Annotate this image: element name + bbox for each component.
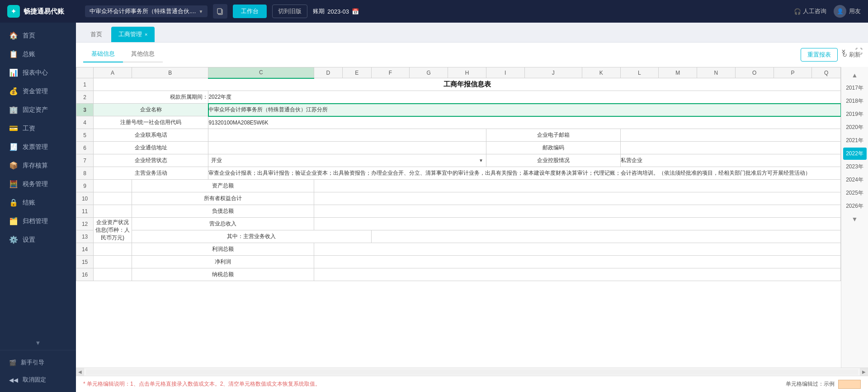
col-header-H[interactable]: H xyxy=(448,67,486,78)
cancel-pin-item[interactable]: ◀◀ 取消固定 xyxy=(0,371,76,388)
company-name-value-cell[interactable]: 中审众环会计师事务所（特殊普通合伙）江苏分所 xyxy=(208,104,841,116)
sidebar-item-settings[interactable]: ⚙️ 设置 xyxy=(0,230,76,249)
col-header-M[interactable]: M xyxy=(659,67,697,78)
col-header-C[interactable]: C xyxy=(208,67,314,78)
col-header-B[interactable]: B xyxy=(132,67,208,78)
year-nav-down-button[interactable]: ▼ xyxy=(846,213,864,225)
avatar: 👤 xyxy=(834,5,846,18)
col-header-L[interactable]: L xyxy=(620,67,659,78)
year-item-2018[interactable]: 2018年 xyxy=(843,95,867,107)
spreadsheet-table: A B C D E F G H I J K L xyxy=(76,67,841,281)
tab-industry[interactable]: 工商管理 × xyxy=(111,27,155,42)
sidebar-item-stock[interactable]: 📦 库存核算 xyxy=(0,156,76,175)
scroll-right-button[interactable]: ▶ xyxy=(860,368,868,376)
total-profit-value-cell[interactable] xyxy=(314,243,841,256)
new-guide-item[interactable]: 🎬 新手引导 xyxy=(0,354,76,371)
svg-rect-1 xyxy=(217,9,222,14)
new-guide-label: 新手引导 xyxy=(21,359,44,367)
year-item-2021[interactable]: 2021年 xyxy=(843,134,867,147)
total-tax-value-cell[interactable] xyxy=(314,268,841,281)
main-revenue-value-cell[interactable] xyxy=(371,230,840,243)
year-nav-up-button[interactable]: ▲ xyxy=(846,69,864,81)
reg-code-value-cell[interactable]: 91320100MA208E5W6K xyxy=(208,116,841,129)
sidebar-scroll-down-btn[interactable]: ▼ xyxy=(0,336,76,350)
sidebar-item-invoice[interactable]: 🧾 发票管理 xyxy=(0,138,76,156)
year-item-2024[interactable]: 2024年 xyxy=(843,174,867,186)
col-header-D[interactable]: D xyxy=(314,67,343,78)
tab-close-icon[interactable]: × xyxy=(145,32,147,37)
equity-label-cell: 企业控股情况 xyxy=(486,154,620,167)
col-header-O[interactable]: O xyxy=(735,67,774,78)
main-biz-value-cell[interactable]: 审查企业会计报表；出具审计报告；验证企业资本；出具验资报告；办理企业合开、分立、… xyxy=(208,167,841,180)
reset-report-button[interactable]: 重置报表 xyxy=(801,48,838,62)
total-debt-value-cell[interactable] xyxy=(314,205,841,218)
year-item-2017[interactable]: 2017年 xyxy=(843,82,867,94)
company-selector[interactable]: 中审众环会计师事务所（特殊普通合伙.... ▼ xyxy=(85,5,208,17)
equity-total-value-cell[interactable] xyxy=(314,192,841,205)
equity-value-cell[interactable]: 私营企业 xyxy=(620,154,840,167)
user-area[interactable]: 👤 用友 xyxy=(834,5,861,18)
sub-toolbar: 基础信息 其他信息 重置报表 ↻ 刷新 xyxy=(76,43,868,62)
col-header-I[interactable]: I xyxy=(486,67,524,78)
total-tax-label-cell: 纳税总额 xyxy=(132,268,314,281)
sidebar-item-report[interactable]: 📊 报表中心 xyxy=(0,63,76,82)
title-cell[interactable]: 工商年报信息表 xyxy=(94,78,841,91)
table-row: 8 主营业务活动 审查企业会计报表；出具审计报告；验证企业资本；出具验资报告；办… xyxy=(76,167,841,180)
workbench-button[interactable]: 工作台 xyxy=(233,5,267,18)
col-header-A[interactable]: A xyxy=(94,67,132,78)
horizontal-scrollbar[interactable]: ◀ ▶ xyxy=(76,368,868,376)
scroll-left-button[interactable]: ◀ xyxy=(76,368,84,376)
email-value-cell[interactable] xyxy=(620,129,840,142)
sidebar-item-tax[interactable]: 🧮 税务管理 xyxy=(0,175,76,193)
year-item-2019[interactable]: 2019年 xyxy=(843,108,867,120)
zipcode-value-cell[interactable] xyxy=(620,142,840,154)
expand-window-button[interactable]: ⛶ xyxy=(853,45,865,58)
biz-status-value-cell[interactable]: 开业 ▼ xyxy=(208,154,486,167)
sidebar-item-ledger[interactable]: 📋 总账 xyxy=(0,45,76,63)
example-cell xyxy=(838,380,861,389)
col-header-P[interactable]: P xyxy=(774,67,812,78)
table-row: 9 资产总额 xyxy=(76,180,841,192)
year-item-2025[interactable]: 2025年 xyxy=(843,187,867,199)
total-revenue-value-cell[interactable] xyxy=(314,218,841,230)
table-row: 11 负债总额 xyxy=(76,205,841,218)
main-layout: 🏠 首页 📋 总账 📊 报表中心 💰 资金管理 🏢 固定资产 💳 工资 xyxy=(0,23,868,392)
year-item-2022[interactable]: 2022年 xyxy=(843,148,867,160)
tab-home[interactable]: 首页 xyxy=(83,27,109,42)
sidebar-item-archive[interactable]: 🗂️ 归档管理 xyxy=(0,212,76,230)
corner-cell xyxy=(76,67,94,78)
consult-button[interactable]: 🎧 人工咨询 xyxy=(794,7,826,15)
col-header-E[interactable]: E xyxy=(343,67,372,78)
sidebar-item-wage[interactable]: 💳 工资 xyxy=(0,119,76,138)
year-item-2020[interactable]: 2020年 xyxy=(843,121,867,134)
col-header-N[interactable]: N xyxy=(697,67,736,78)
col-header-J[interactable]: J xyxy=(524,67,582,78)
year-item-2023[interactable]: 2023年 xyxy=(843,161,867,173)
sidebar-item-home[interactable]: 🏠 首页 xyxy=(0,26,76,45)
status-bar: * 单元格编辑说明：1、点击单元格直接录入数值或文本。2、清空单元格数值或文本恢… xyxy=(76,376,868,392)
r9-a xyxy=(94,180,132,192)
sub-tab-other[interactable]: 其他信息 xyxy=(123,47,163,62)
phone-value-cell[interactable] xyxy=(208,129,486,142)
year-item-2026[interactable]: 2026年 xyxy=(843,200,867,212)
sub-tab-basic[interactable]: 基础信息 xyxy=(83,47,123,62)
total-assets-value-cell[interactable] xyxy=(314,180,841,192)
old-version-button[interactable]: 切到旧版 xyxy=(272,5,307,18)
phone-label-cell: 企业联系电话 xyxy=(94,129,208,142)
copy-icon-btn[interactable] xyxy=(213,4,227,19)
close-window-button[interactable]: × xyxy=(837,45,850,58)
col-header-F[interactable]: F xyxy=(371,67,410,78)
col-header-K[interactable]: K xyxy=(582,67,620,78)
calendar-icon[interactable]: 📅 xyxy=(352,8,359,15)
address-value-cell[interactable] xyxy=(208,142,486,154)
col-header-Q[interactable]: Q xyxy=(812,67,841,78)
scroll-track[interactable] xyxy=(86,369,858,375)
col-header-G[interactable]: G xyxy=(410,67,448,78)
period-value-cell[interactable]: 2022年度 xyxy=(208,91,841,104)
net-profit-value-cell[interactable] xyxy=(314,256,841,268)
archive-icon: 🗂️ xyxy=(9,217,18,225)
sidebar-item-asset[interactable]: 🏢 固定资产 xyxy=(0,100,76,119)
sidebar-item-close[interactable]: 🔒 结账 xyxy=(0,193,76,212)
sidebar-item-fund[interactable]: 💰 资金管理 xyxy=(0,82,76,100)
spreadsheet-wrapper[interactable]: A B C D E F G H I J K L xyxy=(76,67,841,368)
